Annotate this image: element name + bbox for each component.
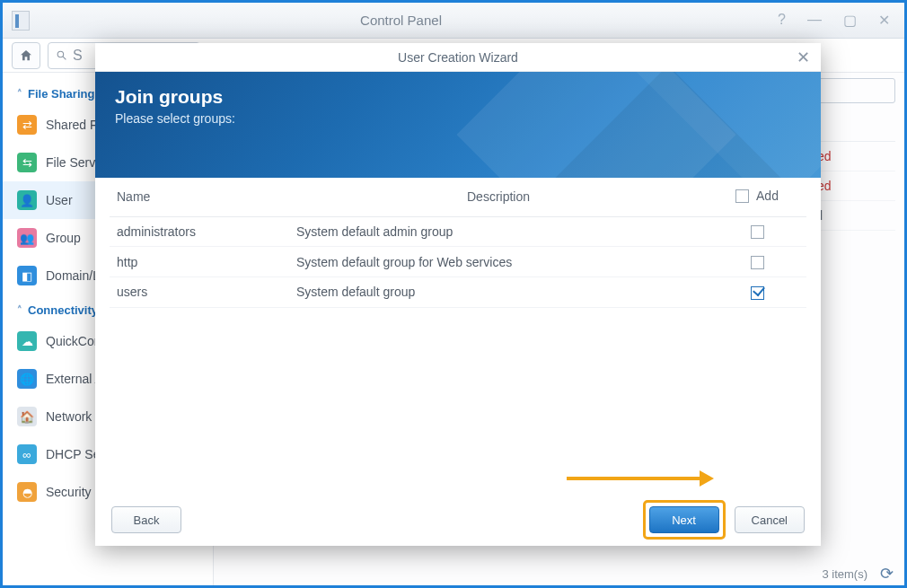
cloud-icon: ☁ [17, 331, 37, 351]
group-checkbox[interactable] [751, 286, 764, 300]
highlight-annotation: Next [643, 500, 726, 540]
user-icon: 👤 [17, 190, 37, 210]
group-row: administrators System default admin grou… [110, 216, 806, 247]
folder-share-icon: ⇄ [17, 115, 37, 135]
group-desc: System default group for Web services [289, 247, 708, 277]
close-window-button[interactable]: ✕ [873, 10, 895, 31]
help-button[interactable]: ? [772, 10, 791, 31]
minimize-button[interactable]: — [802, 10, 827, 31]
col-description: Description [289, 178, 708, 216]
globe-icon: 🌐 [17, 369, 37, 389]
group-row: http System default group for Web servic… [110, 247, 806, 277]
home-button[interactable] [12, 42, 40, 69]
group-checkbox[interactable] [751, 225, 764, 239]
group-icon: 👥 [17, 228, 37, 248]
refresh-button[interactable]: ⟳ [880, 564, 894, 584]
group-row: users System default group [110, 277, 806, 308]
dialog-banner: Join groups Please select groups: [95, 72, 821, 178]
close-dialog-button[interactable]: ✕ [797, 48, 810, 67]
app-icon [12, 11, 30, 31]
network-icon: 🏠 [17, 407, 37, 426]
window-titlebar: Control Panel ? — ▢ ✕ [3, 3, 904, 39]
group-desc: System default group [289, 277, 708, 308]
group-desc: System default admin group [289, 216, 708, 247]
maximize-button[interactable]: ▢ [838, 10, 862, 31]
dialog-title: User Creation Wizard [398, 50, 518, 65]
svg-line-1 [63, 57, 66, 59]
search-placeholder: S [73, 48, 83, 64]
window-title: Control Panel [30, 13, 772, 28]
cancel-button[interactable]: Cancel [735, 506, 805, 533]
arrow-annotation [567, 470, 714, 487]
group-name: users [110, 277, 289, 308]
svg-point-0 [57, 51, 64, 57]
dialog-buttons: Back Next Cancel [95, 494, 821, 546]
back-button[interactable]: Back [111, 506, 181, 533]
col-add: Add [708, 178, 806, 216]
group-checkbox[interactable] [751, 256, 764, 269]
user-creation-wizard-dialog: User Creation Wizard ✕ Join groups Pleas… [95, 43, 821, 546]
col-name: Name [110, 178, 289, 216]
home-icon [19, 48, 33, 63]
group-name: http [110, 247, 289, 277]
chevron-up-icon: ˄ [17, 88, 22, 100]
dhcp-icon: ∞ [17, 444, 37, 464]
dialog-titlebar: User Creation Wizard ✕ [95, 43, 821, 72]
file-services-icon: ⇆ [17, 153, 37, 172]
groups-table: Name Description Add administrators Syst… [110, 178, 806, 308]
group-name: administrators [110, 216, 289, 247]
add-all-checkbox[interactable] [735, 189, 749, 203]
search-icon [56, 49, 67, 61]
chevron-up-icon: ˄ [17, 304, 22, 316]
next-button[interactable]: Next [649, 506, 719, 533]
shield-icon: ◓ [17, 482, 37, 502]
item-count: 3 item(s) [822, 567, 867, 581]
domain-icon: ◧ [17, 266, 37, 285]
